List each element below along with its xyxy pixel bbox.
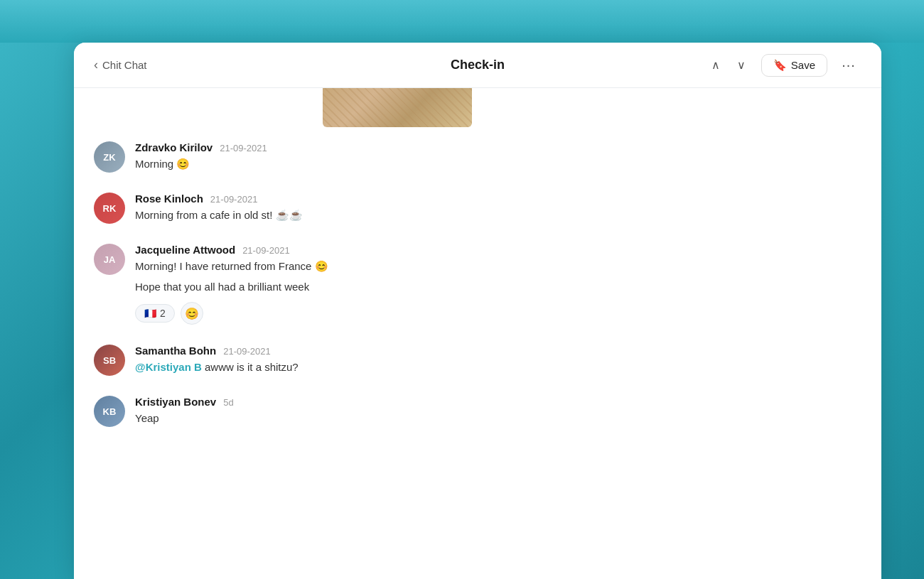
- message-rose: Rose Kinloch 21-09-2021 Morning from a c…: [94, 193, 861, 224]
- msg-body-samantha: Samantha Bohn 21-09-2021 @Kristiyan B aw…: [135, 345, 861, 376]
- msg-date-jacqueline: 21-09-2021: [242, 245, 290, 256]
- more-button[interactable]: ···: [836, 53, 861, 78]
- reaction-flag-count: 2: [160, 308, 166, 319]
- reactions-jacqueline: 🇫🇷 2 😊: [135, 302, 861, 325]
- top-image: [323, 88, 472, 127]
- msg-header-rose: Rose Kinloch 21-09-2021: [135, 193, 861, 205]
- back-button[interactable]: ‹ Chit Chat: [94, 58, 350, 72]
- msg-author-zdravko: Zdravko Kirilov: [135, 141, 213, 153]
- bookmark-icon: 🔖: [773, 59, 787, 72]
- msg-date-rose: 21-09-2021: [210, 194, 258, 205]
- msg-text-samantha-after: awww is it a shitzu?: [202, 361, 299, 373]
- msg-text-kristiyan: Yeap: [135, 411, 861, 427]
- top-bar: [0, 0, 924, 43]
- msg-header-samantha: Samantha Bohn 21-09-2021: [135, 345, 861, 357]
- reaction-flag[interactable]: 🇫🇷 2: [135, 304, 175, 323]
- main-card: ‹ Chit Chat Check-in ∧ ∨ 🔖 Save ···: [74, 43, 881, 579]
- msg-author-rose: Rose Kinloch: [135, 193, 203, 205]
- page-title: Check-in: [350, 58, 606, 72]
- mention-kristiyan[interactable]: @Kristiyan B: [135, 361, 202, 373]
- avatar-jacqueline: [94, 244, 125, 275]
- nav-arrows: ∧ ∨: [704, 54, 753, 77]
- header-actions: ∧ ∨ 🔖 Save ···: [606, 53, 861, 78]
- message-zdravko: Zdravko Kirilov 21-09-2021 Morning 😊: [94, 141, 861, 173]
- message-jacqueline: Jacqueline Attwood 21-09-2021 Morning! I…: [94, 244, 861, 325]
- avatar-zdravko: [94, 141, 125, 173]
- msg-author-jacqueline: Jacqueline Attwood: [135, 244, 235, 256]
- msg-body-kristiyan: Kristiyan Bonev 5d Yeap: [135, 396, 861, 427]
- add-reaction-icon: 😊: [185, 307, 199, 320]
- msg-header-kristiyan: Kristiyan Bonev 5d: [135, 396, 861, 408]
- reaction-flag-emoji: 🇫🇷: [144, 308, 156, 319]
- msg-date-kristiyan: 5d: [223, 397, 233, 408]
- nav-up-button[interactable]: ∧: [704, 54, 727, 77]
- msg-date-samantha: 21-09-2021: [223, 346, 271, 357]
- content-area: Zdravko Kirilov 21-09-2021 Morning 😊 Ros…: [74, 88, 881, 579]
- avatar-samantha: [94, 345, 125, 376]
- avatar-kristiyan: [94, 396, 125, 427]
- msg-text-samantha: @Kristiyan B awww is it a shitzu?: [135, 359, 861, 376]
- msg-body-zdravko: Zdravko Kirilov 21-09-2021 Morning 😊: [135, 141, 861, 173]
- msg-author-samantha: Samantha Bohn: [135, 345, 216, 357]
- msg-text-rose: Morning from a cafe in old st! ☕☕: [135, 207, 861, 224]
- avatar-rose: [94, 193, 125, 224]
- msg-text-jacqueline-line2: Hope that you all had a brilliant week: [135, 279, 861, 296]
- save-button[interactable]: 🔖 Save: [761, 54, 827, 77]
- msg-text-zdravko: Morning 😊: [135, 156, 861, 173]
- message-kristiyan: Kristiyan Bonev 5d Yeap: [94, 396, 861, 427]
- msg-header-zdravko: Zdravko Kirilov 21-09-2021: [135, 141, 861, 153]
- save-label: Save: [791, 59, 815, 71]
- msg-author-kristiyan: Kristiyan Bonev: [135, 396, 216, 408]
- message-samantha: Samantha Bohn 21-09-2021 @Kristiyan B aw…: [94, 345, 861, 376]
- msg-date-zdravko: 21-09-2021: [220, 143, 267, 153]
- msg-body-rose: Rose Kinloch 21-09-2021 Morning from a c…: [135, 193, 861, 224]
- back-icon: ‹: [94, 58, 98, 72]
- back-label: Chit Chat: [102, 59, 147, 71]
- nav-down-button[interactable]: ∨: [730, 54, 753, 77]
- add-reaction-button[interactable]: 😊: [181, 302, 203, 325]
- header: ‹ Chit Chat Check-in ∧ ∨ 🔖 Save ···: [74, 43, 881, 88]
- msg-body-jacqueline: Jacqueline Attwood 21-09-2021 Morning! I…: [135, 244, 861, 325]
- messages-list: Zdravko Kirilov 21-09-2021 Morning 😊 Ros…: [74, 127, 881, 461]
- msg-header-jacqueline: Jacqueline Attwood 21-09-2021: [135, 244, 861, 256]
- msg-text-jacqueline-line1: Morning! I have returned from France 😊: [135, 259, 861, 275]
